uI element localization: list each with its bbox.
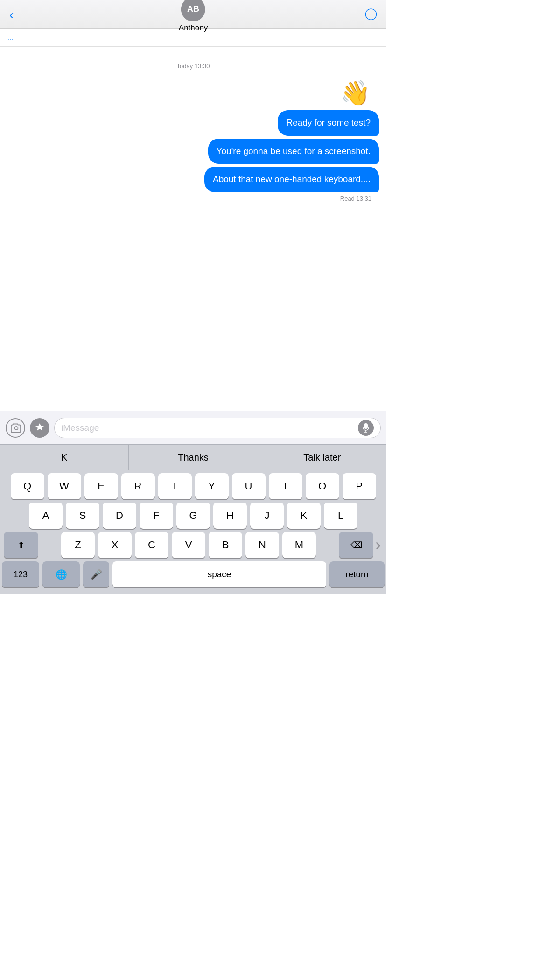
key-x[interactable]: X <box>98 532 132 558</box>
key-e[interactable]: E <box>84 473 118 499</box>
svg-point-0 <box>15 427 18 430</box>
appstore-icon <box>30 418 49 438</box>
key-o[interactable]: O <box>306 473 339 499</box>
key-n[interactable]: N <box>245 532 279 558</box>
key-b[interactable]: B <box>209 532 242 558</box>
key-z[interactable]: Z <box>61 532 95 558</box>
timestamp: Today 13:30 <box>7 63 379 70</box>
key-p[interactable]: P <box>343 473 376 499</box>
wave-emoji: 👋 <box>7 79 379 107</box>
key-a[interactable]: A <box>29 503 63 529</box>
contact-info: AB Anthony <box>179 0 208 33</box>
key-l[interactable]: L <box>324 503 357 529</box>
predictive-item-3[interactable]: Talk later <box>258 445 386 470</box>
contact-name: Anthony <box>179 23 208 33</box>
keyboard-row-1: Q W E R T Y U I O P <box>2 473 385 499</box>
back-button[interactable]: ‹ <box>9 7 14 22</box>
keyboard-row-2: A S D F G H J K L <box>2 503 385 529</box>
keyboard: Q W E R T Y U I O P A S D F G H J K L ⬆ … <box>0 470 386 594</box>
message-row: Ready for some test? <box>7 110 379 136</box>
keyboard-row-3: ⬆ Z X C V B N M ⌫ › <box>2 532 385 558</box>
predictive-item-1[interactable]: K <box>0 445 129 470</box>
row3-letter-keys: Z X C V B N M <box>38 532 339 558</box>
avatar: AB <box>181 0 205 21</box>
key-t[interactable]: T <box>158 473 192 499</box>
shift-key[interactable]: ⬆ <box>4 532 38 558</box>
header: ‹ AB Anthony ⓘ <box>0 0 386 29</box>
info-button[interactable]: ⓘ <box>365 7 377 23</box>
message-row: About that new one-handed keyboard.... <box>7 167 379 192</box>
mic2-key[interactable]: 🎤 <box>83 561 109 587</box>
delete-key[interactable]: ⌫ <box>339 532 373 558</box>
key-q[interactable]: Q <box>11 473 44 499</box>
predictive-item-2[interactable]: Thanks <box>129 445 258 470</box>
key-d[interactable]: D <box>103 503 136 529</box>
input-bar: iMessage <box>0 411 386 444</box>
appstore-button[interactable] <box>30 418 49 438</box>
key-u[interactable]: U <box>232 473 266 499</box>
bubble-1: Ready for some test? <box>278 110 379 136</box>
keyboard-row-4: 123 🌐 🎤 space return <box>2 561 385 587</box>
key-i[interactable]: I <box>269 473 302 499</box>
key-g[interactable]: G <box>176 503 210 529</box>
message-row: You're gonna be used for a screenshot. <box>7 139 379 164</box>
key-v[interactable]: V <box>172 532 205 558</box>
camera-button[interactable] <box>6 418 25 438</box>
key-j[interactable]: J <box>250 503 284 529</box>
key-k[interactable]: K <box>287 503 321 529</box>
predictive-bar: K Thanks Talk later <box>0 444 386 470</box>
key-f[interactable]: F <box>140 503 173 529</box>
key-w[interactable]: W <box>48 473 81 499</box>
message-input[interactable]: iMessage <box>54 418 381 438</box>
key-c[interactable]: C <box>135 532 168 558</box>
key-s[interactable]: S <box>66 503 99 529</box>
numbers-key[interactable]: 123 <box>2 561 39 587</box>
globe-key[interactable]: 🌐 <box>42 561 80 587</box>
messages-area: Today 13:30 👋 Ready for some test? You'r… <box>0 47 386 411</box>
read-receipt: Read 13:31 <box>7 195 379 202</box>
input-placeholder: iMessage <box>61 423 99 433</box>
bubble-3: About that new one-handed keyboard.... <box>204 167 379 192</box>
key-y[interactable]: Y <box>195 473 229 499</box>
key-r[interactable]: R <box>121 473 155 499</box>
mic-button[interactable] <box>358 420 374 436</box>
return-key[interactable]: return <box>329 561 385 587</box>
chevron-right-key[interactable]: › <box>373 532 383 558</box>
key-m[interactable]: M <box>282 532 316 558</box>
svg-rect-1 <box>364 423 368 429</box>
space-key[interactable]: space <box>112 561 326 587</box>
camera-icon <box>6 418 25 438</box>
key-h[interactable]: H <box>213 503 247 529</box>
bubble-2: You're gonna be used for a screenshot. <box>208 139 379 164</box>
